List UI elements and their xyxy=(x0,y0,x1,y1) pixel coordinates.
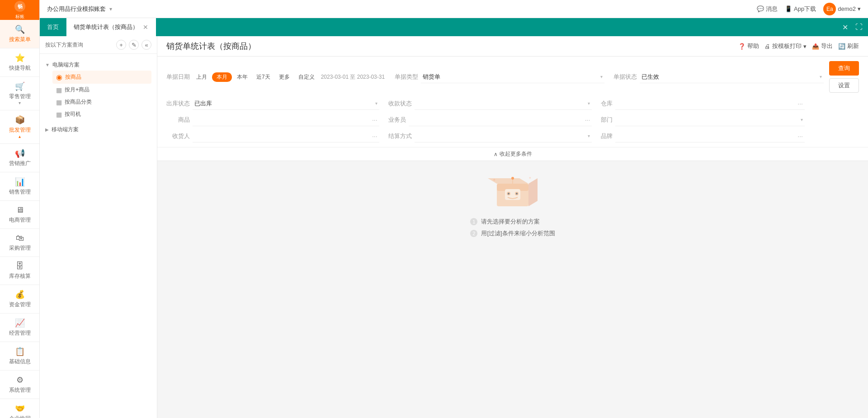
sidebar-item-ecommerce[interactable]: 🖥 电商管理 xyxy=(0,201,39,229)
svg-point-8 xyxy=(516,193,518,195)
salesperson-input[interactable]: ··· xyxy=(409,114,592,126)
tree-section: ▼ 电脑端方案 ◉ 按商品 ▦ 按月+商品 ▦ xyxy=(40,54,157,141)
refresh-label: 刷新 xyxy=(847,42,859,50)
tree-group-mobile-header[interactable]: ▶ 移动端方案 xyxy=(45,124,151,135)
sidebar-item-sales-mgr[interactable]: 📊 销售管理 xyxy=(0,172,39,201)
sidebar-item-finance[interactable]: 💰 资金管理 xyxy=(0,285,39,314)
sidebar-item-basic-info[interactable]: 📋 基础信息 xyxy=(0,342,39,370)
salesperson-cell: 业务员 ··· xyxy=(379,114,592,126)
brand-cell: 品牌 ··· xyxy=(592,130,805,142)
brand-label: 品牌 xyxy=(601,132,613,140)
query-button[interactable]: 查询 xyxy=(829,61,859,76)
by-month-label: 按月+商品 xyxy=(65,86,90,94)
tab-expand-btn[interactable]: ⛶ xyxy=(854,21,864,33)
doc-type-select[interactable]: 销货单 ▾ xyxy=(421,71,605,83)
export-button[interactable]: 📤 导出 xyxy=(812,42,833,50)
tab-home[interactable]: 首页 xyxy=(40,18,66,36)
out-status-select[interactable]: 已出库 ▾ xyxy=(193,97,379,110)
date-this-year[interactable]: 本年 xyxy=(233,72,251,82)
tree-item-by-category[interactable]: ▦ 按商品分类 xyxy=(52,96,151,108)
payment-method-cell: 结算方式 ▾ xyxy=(379,130,592,142)
sidebar-item-purchase[interactable]: 🛍 采购管理 xyxy=(0,229,39,257)
date-custom[interactable]: 自定义 xyxy=(295,72,318,82)
print-button[interactable]: 🖨 按模板打印 ▾ xyxy=(764,42,807,50)
svg-point-10 xyxy=(511,177,514,180)
sidebar-item-retail[interactable]: 🛒 零售管理 ▾ xyxy=(0,77,39,110)
sidebar-item-label: 批发管理 xyxy=(9,126,31,134)
collapse-arrow: ∧ xyxy=(494,151,498,157)
collapse-row: ∧ 收起更多条件 xyxy=(157,147,868,161)
retail-arrow: ▾ xyxy=(19,100,21,105)
empty-illustration: ✦ ✦ xyxy=(483,161,542,212)
product-dots[interactable]: ··· xyxy=(372,116,377,124)
sidebar-item-inventory[interactable]: 🗄 库存核算 xyxy=(0,257,39,285)
message-icon: 💬 xyxy=(757,5,764,12)
brand-input[interactable]: ··· xyxy=(615,130,805,142)
sidebar-item-label: 零售管理 xyxy=(9,93,31,100)
empty-svg: ✦ ✦ xyxy=(483,161,542,211)
tab-close-btn[interactable]: ✕ xyxy=(840,21,850,33)
tree-item-by-month-product[interactable]: ▦ 按月+商品 xyxy=(52,84,151,96)
help-button[interactable]: ❓ 帮助 xyxy=(738,42,759,50)
department-select[interactable]: ▾ xyxy=(615,114,805,126)
search-icon: 🔍 xyxy=(15,24,25,34)
warehouse-dots[interactable]: ··· xyxy=(797,100,803,107)
app-download-label: App下载 xyxy=(794,5,816,13)
tree-group-mobile: ▶ 移动端方案 xyxy=(40,122,157,137)
topbar-dropdown-arrow[interactable]: ▾ xyxy=(109,6,112,12)
sidebar-item-operations[interactable]: 📈 经营管理 xyxy=(0,314,39,342)
sidebar-item-wholesale[interactable]: 📦 批发管理 ▴ xyxy=(0,110,39,144)
sidebar-item-quick-nav[interactable]: ⭐ 快捷导航 xyxy=(0,48,39,77)
date-more[interactable]: 更多 xyxy=(275,72,293,82)
by-category-label: 按商品分类 xyxy=(65,98,92,106)
tree-group-desktop-header[interactable]: ▼ 电脑端方案 xyxy=(45,59,151,71)
by-product-icon: ◉ xyxy=(56,73,62,81)
sidebar-item-system[interactable]: ⚙ 系统管理 xyxy=(0,370,39,399)
add-scheme-btn[interactable]: + xyxy=(116,40,126,50)
tab-sales-stat[interactable]: 销货单统计表（按商品） ✕ xyxy=(66,18,156,36)
payment-status-select[interactable]: ▾ xyxy=(415,97,592,110)
collapse-panel-btn[interactable]: « xyxy=(142,40,151,50)
doc-status-select[interactable]: 已生效 ▾ xyxy=(640,71,824,83)
sidebar-item-label: 销售管理 xyxy=(9,188,31,196)
sidebar-item-search[interactable]: 🔍 搜索菜单 xyxy=(0,20,39,48)
topbar-right: 💬 消息 📱 App下载 Ea demo2 ▾ xyxy=(757,3,861,15)
date-7days[interactable]: 近7天 xyxy=(253,72,274,82)
setting-button[interactable]: 设置 xyxy=(829,78,859,93)
refresh-button[interactable]: 🔄 刷新 xyxy=(838,42,859,50)
message-button[interactable]: 💬 消息 xyxy=(757,5,778,13)
tab-home-label: 首页 xyxy=(47,23,59,31)
payment-status-label: 收款状态 xyxy=(388,100,412,108)
date-this-month[interactable]: 本月 xyxy=(212,72,232,82)
payment-method-select[interactable]: ▾ xyxy=(415,130,592,142)
sidebar-item-marketing[interactable]: 📢 营销推广 xyxy=(0,144,39,172)
page-actions: ❓ 帮助 🖨 按模板打印 ▾ 📤 导出 🔄 xyxy=(738,42,859,50)
doc-type-cell: 单据类型 销货单 ▾ xyxy=(386,71,605,83)
sidebar-item-enterprise[interactable]: 🤝 企业协同 xyxy=(0,399,39,418)
brand-dots[interactable]: ··· xyxy=(797,133,803,140)
tree-item-by-printer[interactable]: ▦ 按司机 xyxy=(52,108,151,120)
user-dropdown-arrow: ▾ xyxy=(858,5,861,12)
date-last-month[interactable]: 上月 xyxy=(193,72,211,82)
edit-scheme-btn[interactable]: ✎ xyxy=(129,40,139,50)
collapse-label: 收起更多条件 xyxy=(500,150,532,158)
salesperson-dots[interactable]: ··· xyxy=(585,116,590,124)
right-panel: 销货单统计表（按商品） ❓ 帮助 🖨 按模板打印 ▾ 📤 xyxy=(157,36,868,418)
product-input[interactable]: ··· xyxy=(193,114,379,126)
tree-group-desktop: ▼ 电脑端方案 ◉ 按商品 ▦ 按月+商品 ▦ xyxy=(40,57,157,122)
tab-close-icon[interactable]: ✕ xyxy=(143,24,148,31)
help-icon: ❓ xyxy=(738,43,745,50)
sidebar-item-label: 采购管理 xyxy=(9,244,31,252)
collapse-button[interactable]: ∧ 收起更多条件 xyxy=(494,150,532,158)
empty-step-2: 2 用[过滤]条件来缩小分析范围 xyxy=(470,229,555,238)
warehouse-input[interactable]: ··· xyxy=(615,97,805,110)
empty-text: 1 请先选择要分析的方案 2 用[过滤]条件来缩小分析范围 xyxy=(470,218,555,238)
left-panel-actions: + ✎ « xyxy=(116,40,151,50)
app-download-button[interactable]: 📱 App下载 xyxy=(785,5,816,13)
tree-item-by-product[interactable]: ◉ 按商品 xyxy=(52,71,151,84)
print-label: 按模板打印 xyxy=(772,42,802,50)
receiver-dots[interactable]: ··· xyxy=(372,133,377,140)
doc-status-cell: 单据状态 已生效 ▾ xyxy=(604,71,824,83)
user-menu[interactable]: Ea demo2 ▾ xyxy=(823,3,861,15)
receiver-input[interactable]: ··· xyxy=(193,130,379,142)
